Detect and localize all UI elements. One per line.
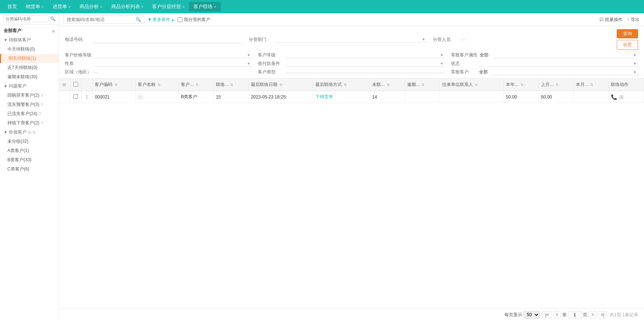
sidebar-item-declining[interactable]: 持续下滑客户(2) ? [0,118,59,128]
sidebar-item-7day-contact[interactable]: 近7天待联络(0) [0,63,59,72]
filter-branch-person: 分管人员 ··· [433,37,611,43]
phone-input[interactable] [93,36,243,43]
per-page-select[interactable]: 50 [524,311,540,319]
sort-code-icon[interactable]: ⇅ [115,83,118,87]
my-customers-checkbox[interactable] [178,17,182,22]
page-nav: |< < 第 页 > >| [543,311,607,318]
row-phone-icon[interactable]: 📞 [611,94,617,100]
help-icon-repurchase[interactable]: ? [41,93,43,98]
sidebar-item-overdue-contact[interactable]: 逾期未联络(30) [0,72,59,82]
batch-op-btn[interactable]: ☑ 批量操作 [599,17,623,23]
payment-select[interactable]: ▼ [286,61,445,67]
nav-home[interactable]: 首页 [3,2,21,11]
filter-retail-customer: 零散客户 全部 ▼ [451,69,638,75]
sort-this-month-icon[interactable]: ⇅ [590,83,593,87]
query-button[interactable]: 查询 [617,29,638,38]
table-col-action: 联络动作 [608,79,644,91]
retail-attr-select[interactable]: ▼ [492,52,638,58]
row-overdue [405,91,440,103]
filter-status: 状态 ▼ [451,61,638,67]
close-product-analysis-icon[interactable]: × [100,5,102,9]
region-dots[interactable]: ··· [94,69,98,75]
first-page-btn[interactable]: |< [543,311,552,318]
payment-chevron-icon: ▼ [440,62,444,66]
row-settings[interactable] [59,91,70,103]
table-col-code: 客户编码 ⇅ [92,79,136,91]
sidebar-item-a-class[interactable]: A类客户(1) [0,146,59,155]
help-icon-churn-warning[interactable]: ? [41,103,43,107]
sort-method-icon[interactable]: ⇅ [344,83,347,87]
last-page-btn[interactable]: >| [598,311,607,318]
select-all-checkbox[interactable] [73,82,78,87]
table-col-no-contact: 未联... ⇅ [370,79,405,91]
nav-sales-order[interactable]: 销货单 × [21,2,48,11]
search-icon[interactable]: 🔍 [136,17,141,22]
status-select[interactable]: ▼ [479,61,638,67]
sort-this-year-icon[interactable]: ⇅ [521,83,524,87]
gender-select[interactable]: ▼ [93,61,252,67]
retail-customer-select[interactable]: ▼ [491,69,638,75]
sidebar-item-today-contact[interactable]: 今天待联络(0) [0,45,59,54]
sort-contact-icon[interactable]: ⇅ [230,83,233,87]
table-col-name: 客户名称 ⇅ [136,79,179,91]
help-icon-declining[interactable]: ? [41,121,43,125]
sidebar-group-value-customers[interactable]: ▼ 价值客户 ↻ ✎ [0,128,59,137]
sort-type-icon[interactable]: ⇅ [196,83,199,87]
nav-customer-tiering[interactable]: 客户分层经营 × [148,2,189,11]
nav-purchase-order[interactable]: 进货单 × [48,2,75,11]
filter-customer-level: 客户等级 ▼ [258,52,445,58]
close-customer-tiering-icon[interactable]: × [182,5,185,9]
close-product-analysis-list-icon[interactable]: × [141,5,144,9]
filter-branch-dept: 分管部门 ▼ [249,37,427,43]
last-contact-link[interactable]: 下销货单 [315,94,333,99]
close-customer-contact-icon[interactable]: × [214,5,216,9]
export-btn[interactable]: ↑ 导出 [627,17,640,23]
branch-person-dots[interactable]: ··· [461,37,465,42]
sidebar-search-input[interactable] [3,15,49,22]
branch-dept-select[interactable]: ▼ [277,37,427,42]
sidebar-item-churned[interactable]: 已流失客户(24) ? [0,109,59,118]
customer-level-select[interactable]: ▼ [286,52,445,58]
settings-button[interactable]: 设置 [617,40,638,50]
customer-type-select[interactable] [286,71,445,73]
sort-date-icon[interactable]: ⇅ [279,83,282,87]
sidebar-search-icon[interactable]: 🔍 [50,16,56,21]
row-grid-icon[interactable]: ⊞ [619,94,624,100]
sort-no-contact-icon[interactable]: ⇅ [387,83,390,87]
sidebar-item-tomorrow-contact[interactable]: 明天待联络(1) [0,54,59,63]
sidebar-group-problem-customers[interactable]: ▼ 问题客户 [0,82,59,91]
sidebar-collapse-icon[interactable]: « [52,28,55,34]
nav-product-analysis[interactable]: 商品分析 × [75,2,107,11]
chevron-up-icon: ▲ [171,18,175,22]
sort-name-icon[interactable]: ⇅ [158,83,161,87]
search-input[interactable] [67,17,136,22]
help-icon-churned[interactable]: ? [39,112,41,116]
sidebar-group-pending-contact[interactable]: ▼ 待联络客户 [0,35,59,45]
sidebar-item-repurchase-abnormal[interactable]: 回购异常客户(2) ? [0,91,59,100]
nav-product-analysis-list[interactable]: 商品分析列表 × [107,2,148,11]
table-col-contact: 联络... ⇅ [214,79,249,91]
all-customers-header: 全部客户 « [0,25,59,35]
prev-page-btn[interactable]: < [553,311,561,318]
sidebar-item-c-class[interactable]: C类客户(6) [0,165,59,174]
page-input[interactable] [568,311,581,318]
next-page-btn[interactable]: > [589,311,596,318]
nav-customer-contact[interactable]: 客户联络 × [189,2,221,11]
sidebar-item-churn-warning[interactable]: 流失预警客户(3) ? [0,100,59,109]
refresh-icon[interactable]: ↻ [28,130,32,135]
row-checkbox[interactable] [73,94,78,99]
close-sales-order-icon[interactable]: × [42,5,44,9]
table-settings-col[interactable]: ⚙ [59,79,70,91]
sort-unit-contact-icon[interactable]: ⇅ [475,83,478,87]
customer-price-level-select[interactable]: ▼ [94,52,252,58]
table-row: 1 000021 Ea B类客户 15 2023-05-23 18:25: 下销… [59,91,644,103]
edit-value-icon[interactable]: ✎ [32,130,36,135]
sidebar-item-b-class[interactable]: B类客户(33) [0,155,59,165]
sort-overdue-icon[interactable]: ⇅ [421,83,424,87]
more-conditions-btn[interactable]: ▼ 更多条件 ▲ [147,17,175,23]
table-container: ⚙ 客户编码 ⇅ 客户名称 ⇅ [59,79,644,308]
sort-last-month-icon[interactable]: ⇅ [556,83,559,87]
close-purchase-order-icon[interactable]: × [69,5,71,9]
row-this-month [574,91,609,103]
sidebar-item-ungrouped[interactable]: 未分组(32) [0,137,59,146]
